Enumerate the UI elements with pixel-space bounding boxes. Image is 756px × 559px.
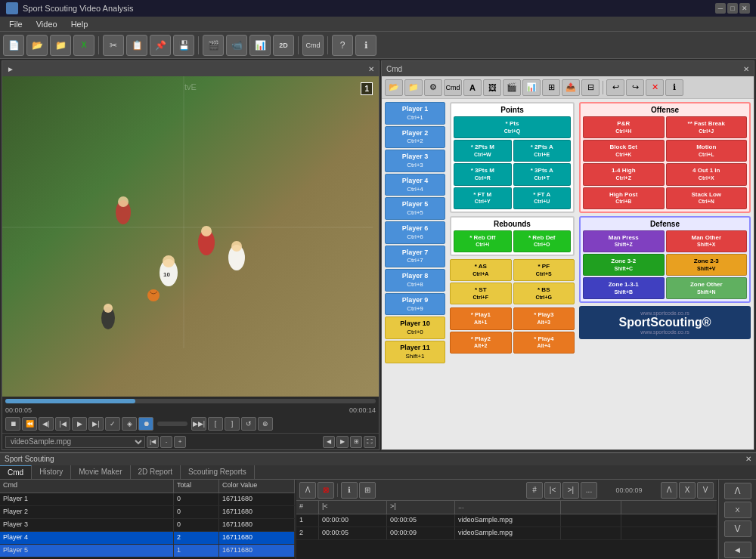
rt-info-button[interactable]: ℹ <box>341 482 358 499</box>
man-press-button[interactable]: Man PressShift+Z <box>583 230 665 252</box>
2d-button[interactable]: 2D <box>273 35 294 56</box>
new-button[interactable]: 📄 <box>3 35 24 56</box>
4out1in-button[interactable]: 4 Out 1 InCtrl+X <box>666 163 748 185</box>
loop-button[interactable]: ↺ <box>241 417 256 431</box>
player-8-button[interactable]: Player 8Ctrl+8 <box>385 269 445 292</box>
cmd-info-button[interactable]: ℹ <box>665 79 683 96</box>
pf-button[interactable]: * PFCtrl+S <box>513 259 575 281</box>
cmd-image-button[interactable]: 🖼 <box>483 79 501 96</box>
2pts-a-button[interactable]: * 2Pts ACtrl+E <box>513 140 572 162</box>
filename-select[interactable]: videoSample.mpg <box>5 436 145 448</box>
player-9-button[interactable]: Player 9Ctrl+9 <box>385 293 445 316</box>
table-row[interactable]: Player 5 1 16711680 <box>0 545 295 557</box>
info-button[interactable]: ℹ <box>355 35 376 56</box>
mark-in-button[interactable]: [ <box>208 417 223 431</box>
rt-v-button[interactable]: V <box>697 482 714 499</box>
nav-left-button[interactable]: ◀ <box>323 436 335 448</box>
cmd-delete-button[interactable]: ✕ <box>646 79 664 96</box>
fullscreen-button[interactable]: ⛶ <box>364 436 376 448</box>
close-button[interactable]: ✕ <box>739 3 750 14</box>
bs-button[interactable]: * BSCtrl+G <box>513 283 575 304</box>
1-4-high-button[interactable]: 1-4 HighCtrl+Z <box>583 163 665 185</box>
cmd-undo-button[interactable]: ↩ <box>606 79 624 96</box>
video-close-button[interactable]: ✕ <box>368 65 374 73</box>
as-button[interactable]: * ASCtrl+A <box>450 259 512 281</box>
rewind-button[interactable]: ⏪ <box>22 417 37 431</box>
3pts-m-button[interactable]: * 3Pts MCtrl+R <box>454 163 512 185</box>
table-row[interactable]: Player 3 0 16711680 <box>0 519 295 532</box>
menu-video[interactable]: Video <box>30 18 64 30</box>
player-2-button[interactable]: Player 2Ctrl+2 <box>385 126 445 149</box>
menu-help[interactable]: Help <box>65 18 94 30</box>
block-set-button[interactable]: Block SetCtrl+K <box>583 140 665 162</box>
excel-button[interactable]: X <box>73 35 94 56</box>
pts-button[interactable]: * PtsCtrl+Q <box>454 116 571 138</box>
paste-button[interactable]: 📌 <box>150 35 171 56</box>
cmd-folder-button[interactable]: 📁 <box>404 79 423 96</box>
player-6-button[interactable]: Player 6Ctrl+6 <box>385 221 445 244</box>
volume-slider[interactable] <box>157 422 187 426</box>
far-lambda-up[interactable]: Λ <box>724 483 751 499</box>
3pts-a-button[interactable]: * 3Pts ACtrl+T <box>513 163 572 185</box>
player-11-button[interactable]: Player 11Shift+1 <box>385 341 445 363</box>
high-post-button[interactable]: High PostCtrl+B <box>583 187 665 209</box>
rt-delete-button[interactable]: ⊠ <box>318 482 334 499</box>
zone32-button[interactable]: Zone 3-2Shift+C <box>583 254 665 276</box>
play1-button[interactable]: * Play1Alt+1 <box>450 307 512 329</box>
player-5-button[interactable]: Player 5Ctrl+5 <box>385 197 445 220</box>
par-button[interactable]: P&RCtrl+H <box>583 116 665 138</box>
fast-break-button[interactable]: ** Fast BreakCtrl+J <box>666 116 748 138</box>
table-row-selected[interactable]: Player 4 2 16711680 <box>0 532 295 545</box>
nav-right-button[interactable]: ▶ <box>336 436 349 448</box>
far-x-button[interactable]: X <box>724 502 751 518</box>
play3-button[interactable]: * Play3Alt+3 <box>513 307 575 329</box>
window-controls[interactable]: ─ □ ✕ <box>715 3 750 14</box>
step-back-button[interactable]: ◀| <box>39 417 54 431</box>
open-folder-button[interactable]: 📂 <box>26 35 48 56</box>
tab-cmd[interactable]: Cmd <box>0 465 32 479</box>
rt-x-button[interactable]: X <box>679 482 696 499</box>
cmd-export-button[interactable]: 📤 <box>562 79 580 96</box>
player-1-button[interactable]: Player 1Ctrl+1 <box>385 102 445 125</box>
minimize-button[interactable]: ─ <box>715 3 726 14</box>
clip-row[interactable]: 1 00:00:00 00:00:05 videoSample.mpg <box>296 514 717 527</box>
cmd-video-button[interactable]: 🎬 <box>503 79 521 96</box>
zone-other-button[interactable]: Zone OtherShift+N <box>666 277 748 299</box>
cmd-redo-button[interactable]: ↪ <box>626 79 644 96</box>
rt-grid-button[interactable]: ⊞ <box>359 482 376 499</box>
player-10-button[interactable]: Player 10Ctrl+0 <box>385 317 445 339</box>
cmd-grid-button[interactable]: ⊞ <box>542 79 560 96</box>
man-other-button[interactable]: Man OtherShift+X <box>666 230 748 252</box>
cmd-open-button[interactable]: 📂 <box>385 79 403 96</box>
tab-scouting-reports[interactable]: Scouting Reports <box>181 465 255 479</box>
maximize-button[interactable]: □ <box>727 3 738 14</box>
zone131-button[interactable]: Zone 1-3-1Shift+B <box>583 277 665 299</box>
table-row[interactable]: Player 1 0 16711680 <box>0 493 295 506</box>
cmd-button[interactable]: Cmd <box>302 35 324 56</box>
player-7-button[interactable]: Player 7Ctrl+7 <box>385 246 445 268</box>
reb-def-button[interactable]: * Reb DefCtrl+O <box>513 230 572 252</box>
play-button[interactable]: ▶ <box>72 417 87 431</box>
progress-bar[interactable] <box>5 399 376 403</box>
bottom-close-button[interactable]: ✕ <box>745 455 751 463</box>
cmd-key-button[interactable]: Cmd <box>444 79 462 96</box>
menu-file[interactable]: File <box>3 18 29 30</box>
ft-m-button[interactable]: * FT MCtrl+Y <box>454 187 512 209</box>
play4-button[interactable]: * Play4Alt+4 <box>513 332 575 354</box>
cmd-table-button[interactable]: ⊟ <box>581 79 600 96</box>
stack-low-button[interactable]: Stack LowCtrl+N <box>666 187 748 209</box>
report-button[interactable]: 📊 <box>249 35 271 56</box>
rt-lambda2-button[interactable]: Λ <box>661 482 677 499</box>
table-row[interactable]: Player 2 0 16711680 <box>0 506 295 519</box>
player-4-button[interactable]: Player 4Ctrl+4 <box>385 174 445 196</box>
next-clip-button[interactable]: ▶▶| <box>191 417 206 431</box>
tab-history[interactable]: History <box>32 465 71 479</box>
cut-button[interactable]: ✂ <box>103 35 124 56</box>
motion-button[interactable]: MotionCtrl+L <box>666 140 748 162</box>
save-button[interactable]: 💾 <box>173 35 194 56</box>
st-button[interactable]: * STCtrl+F <box>450 283 512 304</box>
record-button[interactable]: ⏺ <box>138 417 153 431</box>
filename-prev-button[interactable]: |◀ <box>147 436 159 448</box>
far-lambda-down[interactable]: V <box>724 520 751 537</box>
ft-a-button[interactable]: * FT ACtrl+U <box>513 187 572 209</box>
